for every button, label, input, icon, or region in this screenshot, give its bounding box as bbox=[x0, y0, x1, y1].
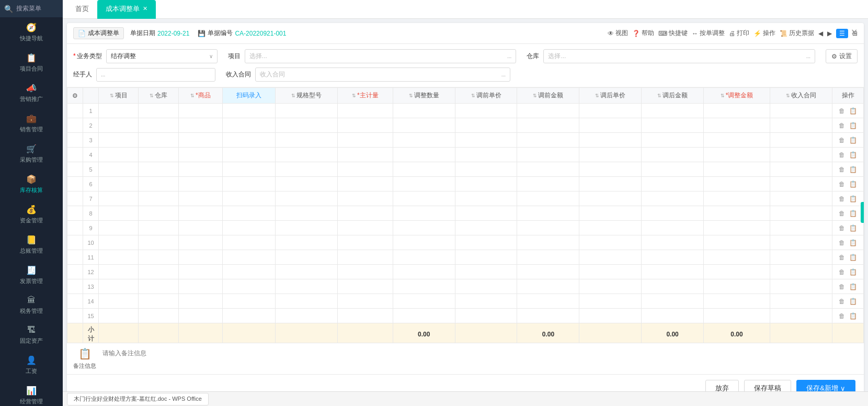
row-product[interactable] bbox=[178, 148, 223, 162]
row-before-amt[interactable] bbox=[517, 309, 579, 323]
row-product[interactable] bbox=[178, 104, 223, 118]
right-edge-indicator[interactable] bbox=[861, 202, 864, 223]
row-unit[interactable] bbox=[338, 206, 393, 221]
row-copy-icon[interactable]: 📋 bbox=[848, 268, 858, 276]
row-product[interactable] bbox=[178, 191, 223, 206]
row-spec[interactable] bbox=[276, 265, 338, 279]
row-before-price[interactable] bbox=[455, 294, 517, 309]
handler-input[interactable]: ... bbox=[96, 68, 215, 82]
col-spec[interactable]: ⇅规格型号 bbox=[276, 88, 338, 104]
row-after-amt[interactable] bbox=[642, 309, 704, 323]
action-view[interactable]: 👁 视图 bbox=[608, 29, 628, 38]
taskbar-wps-item[interactable]: 木门行业好业财处理方案-墓红红.doc - WPS Office bbox=[67, 393, 209, 405]
row-spec[interactable] bbox=[276, 206, 338, 221]
row-scan[interactable] bbox=[223, 265, 276, 279]
sidebar-item-invoice[interactable]: 🧾 发票管理 bbox=[0, 260, 63, 290]
tab-home[interactable]: 首页 bbox=[67, 0, 97, 19]
row-delete-icon[interactable]: 🗑 bbox=[838, 239, 846, 246]
row-warehouse[interactable] bbox=[139, 177, 178, 191]
row-copy-icon[interactable]: 📋 bbox=[848, 151, 858, 159]
sidebar-item-ops[interactable]: 📊 经营管理 bbox=[0, 380, 63, 406]
row-scan[interactable] bbox=[223, 162, 276, 177]
row-income-contract[interactable] bbox=[770, 133, 832, 148]
row-adj-amt[interactable] bbox=[703, 221, 770, 235]
row-after-amt[interactable] bbox=[642, 279, 704, 294]
row-scan[interactable] bbox=[223, 221, 276, 235]
row-project[interactable] bbox=[99, 162, 139, 177]
row-delete-icon[interactable]: 🗑 bbox=[838, 268, 846, 276]
row-after-price[interactable] bbox=[579, 118, 642, 133]
row-project[interactable] bbox=[99, 309, 139, 323]
row-adj-amt[interactable] bbox=[703, 177, 770, 191]
sidebar-item-quick-nav[interactable]: 🧭 快捷导航 bbox=[0, 17, 63, 48]
row-unit[interactable] bbox=[338, 221, 393, 235]
row-adj-amt[interactable] bbox=[703, 309, 770, 323]
row-income-contract[interactable] bbox=[770, 191, 832, 206]
row-income-contract[interactable] bbox=[770, 118, 832, 133]
panel-close-button[interactable]: ✕ bbox=[851, 27, 858, 37]
row-warehouse[interactable] bbox=[139, 221, 178, 235]
row-adj-amt[interactable] bbox=[703, 279, 770, 294]
sidebar-item-finance[interactable]: 💰 资金管理 bbox=[0, 199, 63, 230]
action-shortcut[interactable]: ⌨ 快捷键 bbox=[658, 29, 688, 38]
row-adj-amt[interactable] bbox=[703, 235, 770, 250]
action-history[interactable]: 📜 历史票据 bbox=[780, 29, 814, 38]
row-before-price[interactable] bbox=[455, 162, 517, 177]
row-spec[interactable] bbox=[276, 104, 338, 118]
row-copy-icon[interactable]: 📋 bbox=[848, 210, 858, 217]
row-income-contract[interactable] bbox=[770, 279, 832, 294]
row-scan[interactable] bbox=[223, 104, 276, 118]
row-after-amt[interactable] bbox=[642, 206, 704, 221]
row-unit[interactable] bbox=[338, 148, 393, 162]
row-warehouse[interactable] bbox=[139, 235, 178, 250]
row-delete-icon[interactable]: 🗑 bbox=[838, 224, 846, 232]
row-adj-amt[interactable] bbox=[703, 265, 770, 279]
row-spec[interactable] bbox=[276, 279, 338, 294]
row-income-contract[interactable] bbox=[770, 162, 832, 177]
row-income-contract[interactable] bbox=[770, 250, 832, 265]
row-copy-icon[interactable]: 📋 bbox=[848, 137, 858, 144]
row-product[interactable] bbox=[178, 133, 223, 148]
row-adj-qty[interactable] bbox=[393, 206, 455, 221]
sidebar-item-tax[interactable]: 🏛 税务管理 bbox=[0, 290, 63, 320]
row-before-price[interactable] bbox=[455, 279, 517, 294]
row-spec[interactable] bbox=[276, 250, 338, 265]
row-after-price[interactable] bbox=[579, 206, 642, 221]
row-after-price[interactable] bbox=[579, 250, 642, 265]
row-scan[interactable] bbox=[223, 235, 276, 250]
row-scan[interactable] bbox=[223, 118, 276, 133]
row-after-price[interactable] bbox=[579, 133, 642, 148]
row-before-price[interactable] bbox=[455, 265, 517, 279]
sidebar-item-purchase[interactable]: 🛒 采购管理 bbox=[0, 139, 63, 169]
row-before-amt[interactable] bbox=[517, 294, 579, 309]
row-unit[interactable] bbox=[338, 133, 393, 148]
sidebar-item-project[interactable]: 📋 项目合同 bbox=[0, 48, 63, 78]
row-spec[interactable] bbox=[276, 177, 338, 191]
col-after-price[interactable]: ⇅调后单价 bbox=[579, 88, 642, 104]
row-after-price[interactable] bbox=[579, 221, 642, 235]
row-project[interactable] bbox=[99, 279, 139, 294]
row-income-contract[interactable] bbox=[770, 206, 832, 221]
row-scan[interactable] bbox=[223, 177, 276, 191]
income-contract-input[interactable]: 收入合同 ... bbox=[255, 67, 510, 82]
row-before-amt[interactable] bbox=[517, 279, 579, 294]
row-scan[interactable] bbox=[223, 279, 276, 294]
row-adj-amt[interactable] bbox=[703, 148, 770, 162]
row-before-amt[interactable] bbox=[517, 191, 579, 206]
row-unit[interactable] bbox=[338, 104, 393, 118]
row-spec[interactable] bbox=[276, 191, 338, 206]
row-product[interactable] bbox=[178, 309, 223, 323]
row-copy-icon[interactable]: 📋 bbox=[848, 239, 858, 246]
row-after-price[interactable] bbox=[579, 279, 642, 294]
row-scan[interactable] bbox=[223, 191, 276, 206]
row-warehouse[interactable] bbox=[139, 309, 178, 323]
row-unit[interactable] bbox=[338, 191, 393, 206]
row-before-amt[interactable] bbox=[517, 221, 579, 235]
row-copy-icon[interactable]: 📋 bbox=[848, 254, 858, 261]
col-project[interactable]: ⇅项目 bbox=[99, 88, 139, 104]
row-adj-amt[interactable] bbox=[703, 133, 770, 148]
row-unit[interactable] bbox=[338, 294, 393, 309]
row-unit[interactable] bbox=[338, 118, 393, 133]
action-prev-next[interactable]: ↔ 按单调整 bbox=[692, 29, 725, 38]
sidebar-item-payroll[interactable]: 👤 工资 bbox=[0, 350, 63, 380]
